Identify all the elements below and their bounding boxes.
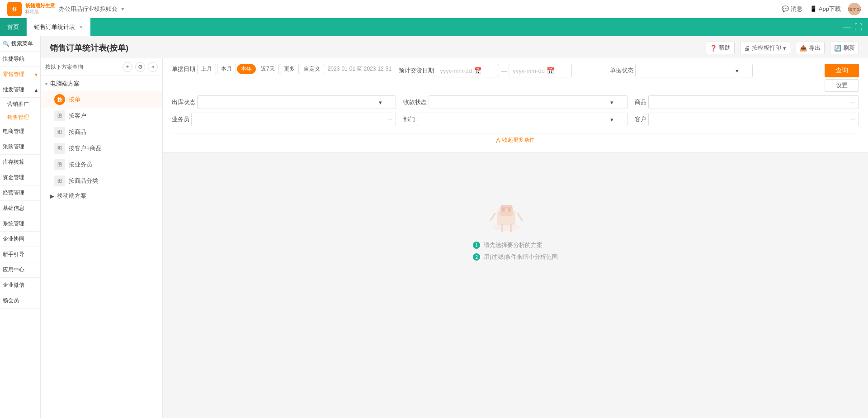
empty-state: 1 请先选择要分析的方案 2 用[过滤]条件来缩小分析范围 xyxy=(163,152,868,297)
svg-point-6 xyxy=(508,208,511,212)
tab-home[interactable]: 首页 xyxy=(0,18,27,36)
sidebar-item-wholesale[interactable]: 批发管理 ▴ xyxy=(0,82,40,98)
expected-date-from-input[interactable]: yyyy-mm-dd 📅 xyxy=(436,64,499,77)
tab-sales-order-stat[interactable]: 销售订单统计表 × xyxy=(27,18,90,36)
goods-input[interactable]: ··· xyxy=(648,95,859,109)
date-btn-7days[interactable]: 近7天 xyxy=(257,64,279,74)
scheme-item-by-customer-goods[interactable]: 图 按客户+商品 xyxy=(41,140,162,157)
sidebar-item-quick-nav[interactable]: 快捷导航 xyxy=(0,52,40,67)
message-btn[interactable]: 💬 消息 xyxy=(782,5,802,13)
expected-date-to-input[interactable]: yyyy-mm-dd 📅 xyxy=(509,64,572,77)
empty-hint-2: 2 用[过滤]条件来缩小分析范围 xyxy=(473,253,557,261)
dept-dropdown-icon: ▾ xyxy=(610,116,613,123)
collection-select[interactable]: ▾ xyxy=(429,95,627,109)
date-btn-last-month[interactable]: 上月 xyxy=(197,64,216,74)
customer-input[interactable]: ··· xyxy=(648,113,859,126)
settings-btn[interactable]: 设置 xyxy=(825,79,859,92)
logo-subtext: 标准版 xyxy=(25,9,55,15)
scheme-item-by-salesman[interactable]: 图 按业务员 xyxy=(41,157,162,173)
calendar-to-icon[interactable]: 📅 xyxy=(547,67,554,74)
sidebar-item-operations[interactable]: 经营管理 xyxy=(0,185,40,201)
sidebar-item-purchase[interactable]: 采购管理 xyxy=(0,139,40,155)
dept-select[interactable]: ▾ xyxy=(417,113,627,126)
right-panel: 单据日期 上月 本月 本年 近7天 更多 自定义 2023-01-01 至 20… xyxy=(163,58,868,418)
sidebar-item-basic[interactable]: 基础信息 xyxy=(0,201,40,216)
sidebar-item-sales[interactable]: 销售管理 xyxy=(0,111,40,124)
date-btn-more[interactable]: 更多 xyxy=(280,64,299,74)
date-btn-this-year[interactable]: 本年 xyxy=(237,64,256,74)
help-icon: ❓ xyxy=(710,45,717,52)
status-dropdown-icon: ▾ xyxy=(736,67,739,74)
by-salesman-icon: 图 xyxy=(54,159,65,170)
hint-num-2: 2 xyxy=(473,253,480,261)
scheme-group-desktop-header[interactable]: ▾ 电脑端方案 xyxy=(41,76,162,91)
customer-label: 客户 xyxy=(635,115,646,124)
sidebar-item-finance[interactable]: 资金管理 xyxy=(0,170,40,185)
left-panel-actions: + ⚙ « xyxy=(123,62,158,72)
sidebar-item-app-center[interactable]: 应用中心 xyxy=(0,262,40,278)
by-customer-goods-icon: 图 xyxy=(54,143,65,154)
sidebar-item-wechat[interactable]: 企业微信 xyxy=(0,278,40,293)
scheme-item-by-customer-goods-label: 按客户+商品 xyxy=(69,144,102,152)
expected-date-label: 预计交货日期 xyxy=(399,66,434,75)
settings-scheme-btn[interactable]: ⚙ xyxy=(135,62,145,72)
left-panel-header: 按以下方案查询 + ⚙ « xyxy=(41,58,162,76)
left-panel: 按以下方案查询 + ⚙ « ▾ 电脑端方案 按 xyxy=(41,58,163,418)
scheme-item-by-goods[interactable]: 图 按商品 xyxy=(41,124,162,140)
by-customer-icon: 图 xyxy=(54,110,65,121)
refresh-icon: 🔄 xyxy=(834,45,841,52)
print-btn[interactable]: 🖨 按模板打印 ▾ xyxy=(740,42,790,54)
sidebar-item-retail[interactable]: 零售管理 ▾ xyxy=(0,67,40,82)
avatar[interactable]: demo2 xyxy=(848,3,861,15)
minimize-icon[interactable]: — xyxy=(843,23,851,32)
filter-area: 单据日期 上月 本月 本年 近7天 更多 自定义 2023-01-01 至 20… xyxy=(163,58,868,152)
by-order-icon: 按 xyxy=(54,94,65,105)
dept-label: 部门 xyxy=(403,115,415,124)
filter-goods-group: 商品 ··· xyxy=(635,95,859,109)
scheme-group-mobile-header[interactable]: ▶ 移动端方案 xyxy=(41,189,162,203)
salesman-input[interactable]: ··· xyxy=(191,113,396,126)
scheme-item-by-customer[interactable]: 图 按客户 xyxy=(41,108,162,124)
tab-close-icon[interactable]: × xyxy=(80,24,83,30)
filter-status-group: 单据状态 ▾ xyxy=(610,64,814,77)
outbound-select[interactable]: ▾ xyxy=(197,95,396,109)
collapse-more-btn[interactable]: ⋀ 收起更多条件 xyxy=(172,133,859,147)
sidebar-item-newbie[interactable]: 新手引导 xyxy=(0,247,40,262)
export-btn[interactable]: 📤 导出 xyxy=(796,42,825,54)
scheme-item-by-customer-label: 按客户 xyxy=(69,112,86,120)
main-area: 🔍 搜索菜单 快捷导航 零售管理 ▾ 批发管理 ▴ 营销推广 销售管理 电商管理… xyxy=(0,36,868,418)
sidebar-item-system[interactable]: 系统管理 xyxy=(0,216,40,232)
sidebar-item-ecommerce[interactable]: 电商管理 xyxy=(0,124,40,139)
sidebar-item-inventory[interactable]: 库存核算 xyxy=(0,155,40,170)
collection-dropdown-icon: ▾ xyxy=(610,99,613,106)
sidebar-item-vip[interactable]: 畅会员 xyxy=(0,293,40,309)
date-btn-custom[interactable]: 自定义 xyxy=(300,64,324,74)
message-icon: 💬 xyxy=(782,5,789,12)
scheme-item-by-goods-category-label: 按商品分类 xyxy=(69,177,98,185)
refresh-btn[interactable]: 🔄 刷新 xyxy=(830,42,859,54)
add-scheme-btn[interactable]: + xyxy=(123,62,132,72)
status-select[interactable]: ▾ xyxy=(635,64,753,77)
sidebar-item-enterprise[interactable]: 企业协同 xyxy=(0,232,40,247)
query-btn[interactable]: 查询 xyxy=(825,64,859,77)
page-actions: ❓ 帮助 🖨 按模板打印 ▾ 📤 导出 🔄 刷新 xyxy=(706,42,859,54)
scheme-item-by-order[interactable]: 按 按单 xyxy=(41,91,162,108)
dropdown-arrow-icon[interactable]: ▾ xyxy=(121,5,124,12)
date-btn-this-month[interactable]: 本月 xyxy=(217,64,236,74)
filter-collection-group: 收款状态 ▾ xyxy=(403,95,627,109)
svg-rect-11 xyxy=(501,205,512,209)
by-goods-icon: 图 xyxy=(54,127,65,138)
collapse-panel-btn[interactable]: « xyxy=(148,62,158,72)
calendar-from-icon[interactable]: 📅 xyxy=(474,67,481,74)
customer-more-icon: ··· xyxy=(850,116,855,123)
date-from-placeholder: yyyy-mm-dd xyxy=(440,67,472,74)
app-title: 办公用品行业模拟账套 ▾ xyxy=(59,5,124,13)
empty-illustration xyxy=(488,189,542,234)
sidebar-item-search[interactable]: 🔍 搜索菜单 xyxy=(0,36,40,52)
scheme-group-mobile-label: 移动端方案 xyxy=(57,192,86,200)
help-btn[interactable]: ❓ 帮助 xyxy=(706,42,735,54)
sidebar-item-marketing[interactable]: 营销推广 xyxy=(0,98,40,111)
maximize-icon[interactable]: ⛶ xyxy=(854,23,863,32)
scheme-item-by-goods-category[interactable]: 图 按商品分类 xyxy=(41,173,162,189)
app-download-btn[interactable]: 📱 App下载 xyxy=(810,5,841,13)
